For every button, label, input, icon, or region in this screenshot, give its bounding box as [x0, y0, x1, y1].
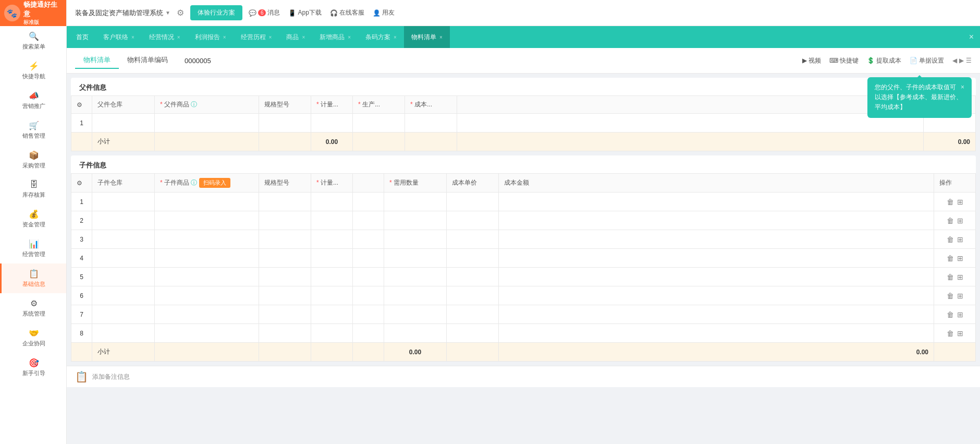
- tab-new-products[interactable]: 新增商品 ×: [312, 26, 358, 48]
- child-row-1-spec[interactable]: [259, 193, 311, 211]
- tab-operations[interactable]: 经营情况 ×: [142, 26, 188, 48]
- child-row-8-price[interactable]: [447, 324, 499, 343]
- child-row-5-warehouse[interactable]: [92, 268, 155, 286]
- tab-customers[interactable]: 客户联络 ×: [96, 26, 142, 48]
- child-row-6-unit[interactable]: [311, 286, 353, 305]
- page-tab-list[interactable]: 物料清单: [75, 52, 119, 69]
- child-row-1-copy-icon[interactable]: ⊞: [957, 198, 963, 206]
- child-row-1-unit[interactable]: [311, 193, 353, 211]
- child-row-3-copy-icon[interactable]: ⊞: [957, 235, 963, 244]
- view-action[interactable]: ▶ 视频: [802, 56, 821, 65]
- parent-product-info-icon[interactable]: ⓘ: [191, 101, 197, 108]
- child-row-4-warehouse[interactable]: [92, 249, 155, 268]
- child-row-8-unit[interactable]: [311, 324, 353, 343]
- sidebar-item-search[interactable]: 🔍 搜索菜单: [0, 26, 66, 56]
- sidebar-item-sales[interactable]: 🛒 销售管理: [0, 115, 66, 145]
- child-row-3-delete-icon[interactable]: 🗑: [947, 235, 954, 244]
- child-row-4-price[interactable]: [447, 249, 499, 268]
- settings-gear-icon[interactable]: ⚙: [177, 8, 184, 18]
- sidebar-item-enterprise[interactable]: 🤝 企业协同: [0, 323, 66, 353]
- child-row-2-warehouse[interactable]: [92, 211, 155, 230]
- child-row-5-copy-icon[interactable]: ⊞: [957, 273, 963, 281]
- child-row-2-copy-icon[interactable]: ⊞: [957, 217, 963, 225]
- tab-profit[interactable]: 利润报告 ×: [188, 26, 234, 48]
- child-row-1-price[interactable]: [447, 193, 499, 211]
- child-row-5-delete-icon[interactable]: 🗑: [947, 273, 954, 281]
- shortcut-action[interactable]: ⌨ 快捷键: [829, 56, 859, 65]
- child-row-8-copy-icon[interactable]: ⊞: [957, 329, 963, 338]
- user-action[interactable]: 👤 用友: [373, 8, 395, 17]
- settings-action[interactable]: 📄 单据设置: [910, 56, 944, 65]
- sidebar-item-system[interactable]: ⚙ 系统管理: [0, 293, 66, 323]
- tab-profit-close[interactable]: ×: [223, 34, 226, 40]
- tab-history-close[interactable]: ×: [269, 34, 272, 40]
- tab-customers-close[interactable]: ×: [131, 34, 134, 40]
- child-row-7-unit[interactable]: [311, 305, 353, 324]
- child-row-8-product[interactable]: [155, 324, 259, 343]
- child-row-3-spec[interactable]: [259, 230, 311, 249]
- sidebar-item-guide[interactable]: 🎯 新手引导: [0, 353, 66, 382]
- tab-operations-close[interactable]: ×: [177, 34, 180, 40]
- child-row-6-spec[interactable]: [259, 286, 311, 305]
- tab-home[interactable]: 首页: [69, 26, 96, 48]
- child-row-4-delete-icon[interactable]: 🗑: [947, 254, 954, 262]
- child-row-7-copy-icon[interactable]: ⊞: [957, 310, 963, 319]
- parent-row-1-cost[interactable]: [405, 114, 457, 133]
- online-service-action[interactable]: 🎧 在线客服: [330, 8, 364, 17]
- child-row-7-price[interactable]: [447, 305, 499, 324]
- tab-bom-close[interactable]: ×: [439, 34, 443, 40]
- sidebar-item-marketing[interactable]: 📣 营销推广: [0, 86, 66, 115]
- child-product-info-icon[interactable]: ⓘ: [191, 179, 197, 186]
- child-row-5-unit[interactable]: [311, 268, 353, 286]
- parent-settings-icon[interactable]: ⚙: [77, 101, 82, 109]
- child-row-2-product[interactable]: [155, 211, 259, 230]
- child-row-3-price[interactable]: [447, 230, 499, 249]
- child-row-3-qty[interactable]: [384, 230, 447, 249]
- child-row-1-delete-icon[interactable]: 🗑: [947, 198, 954, 206]
- page-tab-code[interactable]: 物料清单编码: [119, 52, 176, 69]
- parent-row-1-unit[interactable]: [311, 114, 353, 133]
- child-row-6-delete-icon[interactable]: 🗑: [947, 292, 954, 300]
- child-row-2-delete-icon[interactable]: 🗑: [947, 217, 954, 225]
- child-settings-icon[interactable]: ⚙: [77, 179, 82, 187]
- close-all-tabs[interactable]: ×: [965, 32, 978, 42]
- child-row-5-qty[interactable]: [384, 268, 447, 286]
- cost-action[interactable]: 💲 提取成本: [867, 56, 901, 65]
- child-row-6-price[interactable]: [447, 286, 499, 305]
- child-row-4-unit[interactable]: [311, 249, 353, 268]
- nav-next-icon[interactable]: ▶: [959, 57, 964, 64]
- child-row-3-warehouse[interactable]: [92, 230, 155, 249]
- parent-row-1-warehouse[interactable]: [92, 114, 155, 133]
- child-row-2-price[interactable]: [447, 211, 499, 230]
- child-row-8-spec[interactable]: [259, 324, 311, 343]
- child-row-8-qty[interactable]: [384, 324, 447, 343]
- child-row-3-product[interactable]: [155, 230, 259, 249]
- child-row-7-qty[interactable]: [384, 305, 447, 324]
- nav-prev-icon[interactable]: ◀: [952, 57, 957, 64]
- tab-history[interactable]: 经营历程 ×: [234, 26, 279, 48]
- tab-barcode[interactable]: 条码方案 ×: [358, 26, 404, 48]
- tab-products[interactable]: 商品 ×: [279, 26, 312, 48]
- tooltip-close-btn[interactable]: ×: [961, 82, 964, 92]
- sidebar-item-purchase[interactable]: 📦 采购管理: [0, 145, 66, 175]
- sidebar-item-operations[interactable]: 📊 经营管理: [0, 234, 66, 263]
- child-row-6-copy-icon[interactable]: ⊞: [957, 292, 963, 300]
- tab-new-products-close[interactable]: ×: [348, 34, 351, 40]
- child-row-6-warehouse[interactable]: [92, 286, 155, 305]
- system-dropdown-arrow[interactable]: ▼: [165, 10, 170, 16]
- grid-view-icon[interactable]: ☰: [966, 57, 972, 64]
- child-row-2-spec[interactable]: [259, 211, 311, 230]
- child-row-5-price[interactable]: [447, 268, 499, 286]
- message-action[interactable]: 💬 6 消息: [249, 8, 280, 17]
- child-row-8-delete-icon[interactable]: 🗑: [947, 329, 954, 338]
- trial-btn[interactable]: 体验行业方案: [190, 5, 242, 20]
- parent-row-1-spec[interactable]: [259, 114, 311, 133]
- child-row-7-product[interactable]: [155, 305, 259, 324]
- sidebar-item-inventory[interactable]: 🗄 库存核算: [0, 175, 66, 204]
- sidebar-item-finance[interactable]: 💰 资金管理: [0, 204, 66, 234]
- child-row-4-spec[interactable]: [259, 249, 311, 268]
- tab-bom[interactable]: 物料清单 ×: [404, 26, 450, 48]
- child-row-5-spec[interactable]: [259, 268, 311, 286]
- child-row-4-copy-icon[interactable]: ⊞: [957, 254, 963, 262]
- child-row-2-unit[interactable]: [311, 211, 353, 230]
